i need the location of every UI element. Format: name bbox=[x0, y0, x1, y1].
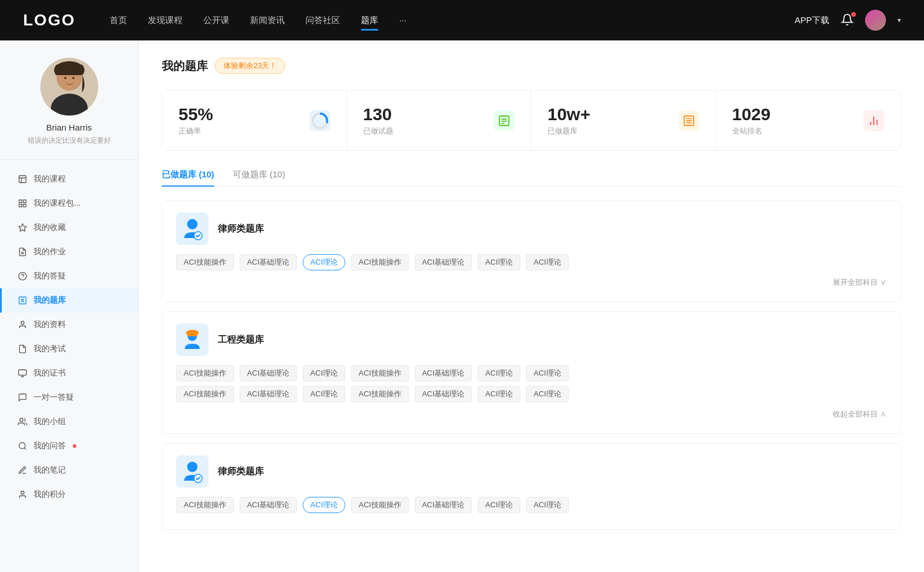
sidebar-item-label: 我的课程包... bbox=[33, 198, 81, 209]
bank-tag[interactable]: ACI理论 bbox=[526, 386, 569, 402]
bank-tag[interactable]: ACI基础理论 bbox=[240, 254, 297, 270]
nav-more[interactable]: ··· bbox=[399, 13, 407, 28]
sidebar-item-points[interactable]: 我的积分 bbox=[0, 482, 138, 507]
group-icon bbox=[17, 417, 28, 427]
bank-tag[interactable]: ACI技能操作 bbox=[351, 254, 409, 270]
bank-tag[interactable]: ACI理论 bbox=[526, 365, 569, 381]
sidebar-item-favorites[interactable]: 我的收藏 bbox=[0, 216, 138, 240]
bank-card-header: 律师类题库 bbox=[176, 213, 886, 245]
bank-expand-button-2[interactable]: 收起全部科目 ∧ bbox=[176, 407, 886, 422]
bank-title: 律师类题库 bbox=[218, 223, 264, 235]
sidebar-menu: 我的课程 我的课程包... 我的收藏 我的作业 bbox=[0, 160, 138, 514]
bank-title: 律师类题库 bbox=[218, 466, 264, 478]
sidebar-item-label: 我的资料 bbox=[33, 320, 66, 330]
svg-line-26 bbox=[24, 448, 26, 450]
sidebar-item-certificate[interactable]: 我的证书 bbox=[0, 361, 138, 385]
sidebar-item-homework[interactable]: 我的作业 bbox=[0, 240, 138, 264]
stat-done-banks-text: 10w+ 已做题库 bbox=[547, 105, 669, 136]
tab-available-banks[interactable]: 可做题库 (10) bbox=[233, 169, 285, 186]
svg-rect-7 bbox=[19, 200, 22, 203]
nav-home[interactable]: 首页 bbox=[110, 13, 127, 28]
sidebar-item-group[interactable]: 我的小组 bbox=[0, 410, 138, 434]
nav-qa[interactable]: 问答社区 bbox=[305, 13, 340, 28]
svg-point-27 bbox=[21, 491, 24, 494]
svg-point-24 bbox=[20, 418, 23, 421]
nav-discover[interactable]: 发现课程 bbox=[148, 13, 182, 28]
bank-tag[interactable]: ACI基础理论 bbox=[240, 497, 297, 513]
header: LOGO 首页 发现课程 公开课 新闻资讯 问答社区 题库 ··· APP下载 … bbox=[0, 0, 924, 40]
app-download-button[interactable]: APP下载 bbox=[795, 15, 829, 26]
bank-tag[interactable]: ACI理论 bbox=[478, 497, 520, 513]
main-nav: 首页 发现课程 公开课 新闻资讯 问答社区 题库 ··· bbox=[110, 13, 795, 28]
page-layout: Brian Harris 错误的决定比没有决定要好 我的课程 我的课程包... bbox=[0, 40, 924, 572]
bank-tag[interactable]: ACI技能操作 bbox=[351, 365, 409, 381]
main-content: 我的题库 体验剩余23天！ 55% 正确率 bbox=[139, 40, 924, 572]
bank-tag-active[interactable]: ACI理论 bbox=[303, 497, 345, 513]
tab-done-banks[interactable]: 已做题库 (10) bbox=[162, 169, 214, 186]
bank-tag[interactable]: ACI理论 bbox=[526, 254, 569, 270]
stat-done-banks-label: 已做题库 bbox=[547, 126, 669, 136]
sidebar-item-my-courses[interactable]: 我的课程 bbox=[0, 167, 138, 191]
svg-rect-45 bbox=[187, 335, 198, 336]
stat-done-questions-label: 已做试题 bbox=[363, 126, 485, 136]
my-qa-icon bbox=[17, 441, 28, 451]
bank-tag[interactable]: ACI理论 bbox=[303, 365, 345, 381]
bank-tag[interactable]: ACI理论 bbox=[478, 254, 520, 270]
sidebar-avatar bbox=[40, 58, 98, 116]
svg-marker-11 bbox=[18, 224, 26, 231]
bank-tag[interactable]: ACI理论 bbox=[478, 386, 520, 402]
stat-done-banks-icon bbox=[679, 110, 699, 131]
bank-tag[interactable]: ACI技能操作 bbox=[351, 497, 409, 513]
bank-tag[interactable]: ACI技能操作 bbox=[176, 365, 234, 381]
homework-icon bbox=[17, 247, 28, 257]
bank-tag-active[interactable]: ACI理论 bbox=[303, 254, 345, 270]
nav-open-course[interactable]: 公开课 bbox=[203, 13, 229, 28]
nav-questions[interactable]: 题库 bbox=[361, 13, 378, 28]
qa-icon bbox=[17, 271, 28, 281]
bank-tag[interactable]: ACI基础理论 bbox=[415, 497, 472, 513]
sidebar-item-notes[interactable]: 我的笔记 bbox=[0, 458, 138, 482]
sidebar-item-question-bank[interactable]: 我的题库 bbox=[0, 288, 138, 313]
sidebar-item-qa[interactable]: 我的答疑 bbox=[0, 264, 138, 288]
sidebar-item-label: 我的收藏 bbox=[33, 222, 66, 233]
stat-done-questions-text: 130 已做试题 bbox=[363, 105, 485, 136]
user-menu-chevron[interactable]: ▾ bbox=[897, 16, 901, 24]
unread-dot bbox=[73, 444, 76, 448]
stat-accuracy-number: 55% bbox=[178, 105, 300, 124]
bank-tag[interactable]: ACI理论 bbox=[526, 497, 569, 513]
sidebar-item-exam[interactable]: 我的考试 bbox=[0, 337, 138, 361]
page-title-row: 我的题库 体验剩余23天！ bbox=[162, 58, 901, 74]
user-motto: 错误的决定比没有决定要好 bbox=[28, 136, 111, 146]
bank-tags-3: ACI技能操作 ACI基础理论 ACI理论 ACI技能操作 ACI基础理论 AC… bbox=[176, 497, 886, 513]
bank-tag[interactable]: ACI技能操作 bbox=[176, 386, 234, 402]
sidebar-item-my-qa[interactable]: 我的问答 bbox=[0, 434, 138, 458]
sidebar-item-one-on-one[interactable]: 一对一答疑 bbox=[0, 385, 138, 410]
svg-point-25 bbox=[19, 443, 25, 449]
bank-tag[interactable]: ACI基础理论 bbox=[415, 254, 472, 270]
svg-rect-10 bbox=[19, 204, 22, 207]
sidebar-item-course-package[interactable]: 我的课程包... bbox=[0, 191, 138, 216]
bank-icon-lawyer-2 bbox=[176, 455, 208, 488]
bank-tag[interactable]: ACI技能操作 bbox=[176, 497, 234, 513]
bank-tag[interactable]: ACI技能操作 bbox=[176, 254, 234, 270]
points-icon bbox=[17, 489, 28, 500]
svg-rect-21 bbox=[18, 370, 26, 375]
nav-news[interactable]: 新闻资讯 bbox=[250, 13, 285, 28]
bank-expand-button-1[interactable]: 展开全部科目 ∨ bbox=[176, 275, 886, 290]
stat-done-questions-icon bbox=[494, 110, 515, 131]
user-avatar[interactable] bbox=[865, 10, 886, 31]
notification-bell[interactable] bbox=[841, 13, 854, 28]
bank-tag[interactable]: ACI基础理论 bbox=[415, 386, 472, 402]
bank-tag[interactable]: ACI基础理论 bbox=[415, 365, 472, 381]
bank-tags-2a: ACI技能操作 ACI基础理论 ACI理论 ACI技能操作 ACI基础理论 AC… bbox=[176, 365, 886, 381]
question-bank-icon bbox=[17, 295, 28, 306]
bank-tag[interactable]: ACI理论 bbox=[478, 365, 520, 381]
sidebar-profile: Brian Harris 错误的决定比没有决定要好 bbox=[0, 58, 138, 160]
bank-tag[interactable]: ACI基础理论 bbox=[240, 365, 297, 381]
bank-tag[interactable]: ACI技能操作 bbox=[351, 386, 409, 402]
sidebar-item-label: 我的作业 bbox=[33, 247, 66, 257]
bank-tag[interactable]: ACI理论 bbox=[303, 386, 345, 402]
bank-tag[interactable]: ACI基础理论 bbox=[240, 386, 297, 402]
page-title: 我的题库 bbox=[162, 58, 208, 74]
sidebar-item-profile[interactable]: 我的资料 bbox=[0, 313, 138, 337]
